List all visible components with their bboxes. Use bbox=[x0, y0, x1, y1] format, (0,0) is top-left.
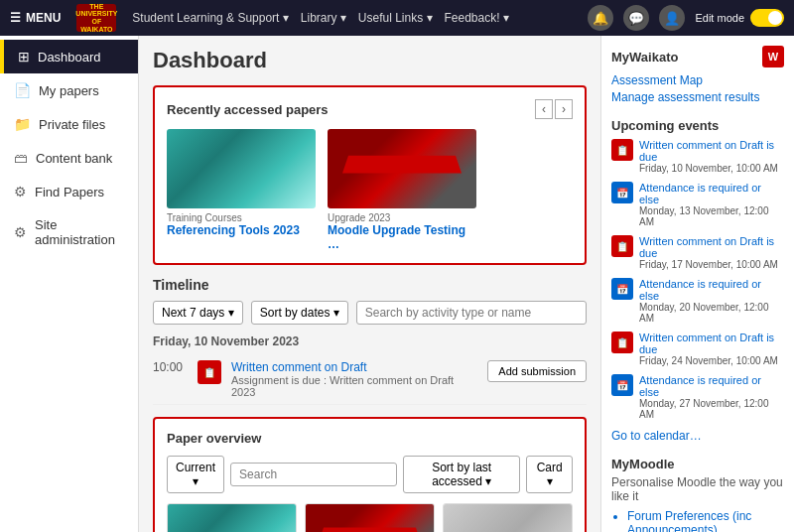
upcoming-event: 📋 Written comment on Draft is due Friday… bbox=[611, 235, 784, 270]
event-title[interactable]: Written comment on Draft is due bbox=[639, 332, 784, 355]
content-bank-icon: 🗃 bbox=[14, 150, 28, 166]
sidebar-item-private-files[interactable]: 📁 Private files bbox=[0, 107, 138, 141]
sidebar-item-label: Find Papers bbox=[35, 185, 104, 200]
assessment-map-link[interactable]: Assessment Map bbox=[611, 73, 784, 87]
top-nav-right: 🔔 💬 👤 Edit mode bbox=[588, 5, 784, 31]
sidebar-item-label: Content bank bbox=[36, 151, 112, 166]
recently-accessed-header: Recently accessed papers ‹ › bbox=[167, 99, 573, 119]
timeline-search-input[interactable] bbox=[356, 301, 587, 325]
carousel-next[interactable]: › bbox=[555, 99, 573, 119]
sidebar-item-find-papers[interactable]: ⚙ Find Papers bbox=[0, 175, 138, 208]
event-date: Friday, 10 November, 10:00 AM bbox=[639, 163, 784, 174]
sidebar-item-label: Private files bbox=[39, 117, 105, 132]
upcoming-events-title: Upcoming events bbox=[611, 118, 784, 133]
timeline-event: 10:00 📋 Written comment on Draft Assignm… bbox=[153, 354, 587, 405]
edit-mode-toggle[interactable]: Edit mode bbox=[695, 9, 784, 27]
event-blue-icon: 📅 bbox=[611, 278, 633, 300]
paper-grid-thumb bbox=[444, 504, 572, 532]
messages-icon[interactable]: 💬 bbox=[623, 5, 649, 31]
recent-papers-list: Training Courses Referencing Tools 2023 … bbox=[167, 129, 573, 251]
main-content: Dashboard Recently accessed papers ‹ › T… bbox=[139, 36, 600, 532]
hamburger-icon: ☰ bbox=[10, 11, 21, 25]
event-title[interactable]: Written comment on Draft is due bbox=[639, 139, 784, 163]
nav-useful-links[interactable]: Useful Links ▾ bbox=[358, 11, 433, 25]
add-submission-button[interactable]: Add submission bbox=[487, 360, 587, 382]
timeline-date: Friday, 10 November 2023 bbox=[153, 334, 587, 348]
forum-preferences-link[interactable]: Forum Preferences (inc Announcements) bbox=[627, 509, 784, 532]
green-grid-thumb bbox=[168, 504, 296, 532]
paper-filter-dropdown[interactable]: Current ▾ bbox=[167, 456, 224, 493]
event-icon: 📋 bbox=[198, 360, 221, 384]
paper-category: Training Courses bbox=[167, 212, 316, 223]
paper-search-input[interactable] bbox=[230, 463, 397, 486]
nav-feedback[interactable]: Feedback! ▾ bbox=[445, 11, 509, 25]
paper-thumbnail bbox=[167, 129, 316, 208]
paper-link[interactable]: Moodle Upgrade Testing … bbox=[328, 223, 476, 251]
event-title-link[interactable]: Written comment on Draft bbox=[231, 360, 477, 374]
logo-area: THE UNIVERSITYOFWAIKATO bbox=[76, 4, 116, 32]
event-date: Friday, 17 November, 10:00 AM bbox=[639, 259, 784, 270]
mywaikato-title: MyWaikato bbox=[611, 50, 678, 65]
edit-mode-label: Edit mode bbox=[695, 12, 744, 24]
timeline-filter-dropdown[interactable]: Next 7 days ▾ bbox=[153, 301, 243, 325]
event-red-icon: 📋 bbox=[611, 235, 633, 257]
event-date: Monday, 20 November, 12:00 AM bbox=[639, 302, 784, 324]
paper-category: Upgrade 2023 bbox=[328, 212, 476, 223]
sidebar-item-label: Dashboard bbox=[38, 50, 101, 65]
event-time: 10:00 bbox=[153, 360, 188, 374]
paper-grid-thumb bbox=[306, 504, 434, 532]
nav-library[interactable]: Library ▾ bbox=[301, 11, 346, 25]
recent-paper-card: Training Courses Referencing Tools 2023 bbox=[167, 129, 316, 251]
mywaikato-section: MyWaikato W Assessment Map Manage assess… bbox=[611, 46, 784, 104]
paper-card-dropdown[interactable]: Card ▾ bbox=[526, 456, 573, 493]
race-thumbnail bbox=[328, 129, 476, 208]
event-description: Assignment is due : Written comment on D… bbox=[231, 374, 477, 398]
upcoming-event: 📅 Attendance is required or else Monday,… bbox=[611, 374, 784, 420]
timeline-section: Timeline Next 7 days ▾ Sort by dates ▾ F… bbox=[153, 277, 587, 405]
nav-student-support[interactable]: Student Learning & Support ▾ bbox=[132, 11, 288, 25]
edit-mode-switch[interactable] bbox=[750, 9, 784, 27]
event-title[interactable]: Attendance is required or else bbox=[639, 374, 784, 398]
menu-button[interactable]: ☰ MENU bbox=[10, 11, 61, 25]
sidebar-item-dashboard[interactable]: ⊞ Dashboard bbox=[0, 40, 138, 73]
event-title[interactable]: Attendance is required or else bbox=[639, 182, 784, 205]
event-blue-icon: 📅 bbox=[611, 182, 633, 203]
event-info: Attendance is required or else Monday, 2… bbox=[639, 374, 784, 420]
event-info: Attendance is required or else Monday, 1… bbox=[639, 182, 784, 227]
event-title[interactable]: Written comment on Draft is due bbox=[639, 235, 784, 259]
timeline-sort-dropdown[interactable]: Sort by dates ▾ bbox=[251, 301, 348, 325]
paper-grid-card: Training Courses Referencing Tools 2023 … bbox=[167, 503, 297, 532]
waikato-w-badge: W bbox=[762, 46, 784, 67]
sidebar-item-content-bank[interactable]: 🗃 Content bank bbox=[0, 141, 138, 175]
page-title: Dashboard bbox=[153, 48, 587, 73]
private-files-icon: 📁 bbox=[14, 116, 31, 132]
user-avatar[interactable]: 👤 bbox=[659, 5, 685, 31]
sidebar-item-my-papers[interactable]: 📄 My papers bbox=[0, 73, 138, 107]
right-panel: MyWaikato W Assessment Map Manage assess… bbox=[600, 36, 794, 532]
top-navigation: ☰ MENU THE UNIVERSITYOFWAIKATO Student L… bbox=[0, 0, 794, 36]
carousel-nav: ‹ › bbox=[535, 99, 573, 119]
mymoodle-links-list: Forum Preferences (inc Announcements) No… bbox=[611, 509, 784, 532]
event-info: Attendance is required or else Monday, 2… bbox=[639, 278, 784, 324]
notifications-icon[interactable]: 🔔 bbox=[588, 5, 613, 31]
paper-link[interactable]: Referencing Tools 2023 bbox=[167, 223, 316, 237]
paper-grid-thumb bbox=[168, 504, 296, 532]
upcoming-event: 📋 Written comment on Draft is due Friday… bbox=[611, 332, 784, 366]
sidebar-item-site-admin[interactable]: ⚙ Site administration bbox=[0, 208, 138, 256]
university-logo: THE UNIVERSITYOFWAIKATO bbox=[76, 4, 116, 32]
carousel-prev[interactable]: ‹ bbox=[535, 99, 553, 119]
event-info: Written comment on Draft is due Friday, … bbox=[639, 235, 784, 270]
my-papers-icon: 📄 bbox=[14, 82, 31, 98]
paper-sort-dropdown[interactable]: Sort by last accessed ▾ bbox=[403, 456, 520, 493]
paper-overview-controls: Current ▾ Sort by last accessed ▾ Card ▾ bbox=[167, 456, 573, 493]
go-to-calendar-link[interactable]: Go to calendar… bbox=[611, 429, 702, 443]
manage-assessment-link[interactable]: Manage assessment results bbox=[611, 90, 784, 104]
event-title[interactable]: Attendance is required or else bbox=[639, 278, 784, 302]
timeline-title: Timeline bbox=[153, 277, 587, 293]
mymoodle-description: Personalise Moodle the way you like it bbox=[611, 475, 784, 503]
race-grid-thumb bbox=[306, 504, 434, 532]
sidebar-item-label: My papers bbox=[39, 83, 99, 98]
sidebar-item-label: Site administration bbox=[35, 217, 124, 247]
paper-thumbnail bbox=[328, 129, 476, 208]
recently-accessed-title: Recently accessed papers bbox=[167, 102, 329, 117]
